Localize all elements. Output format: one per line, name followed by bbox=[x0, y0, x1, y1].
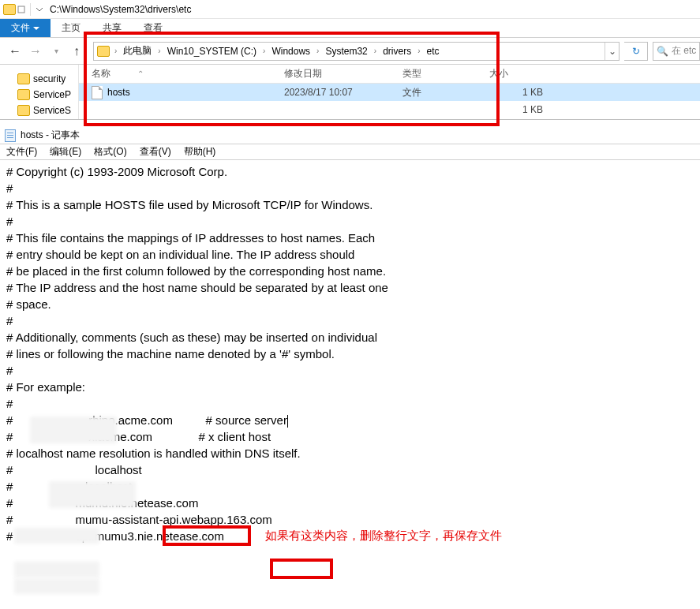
breadcrumb-dropdown[interactable]: ⌄ bbox=[605, 43, 619, 60]
tab-home[interactable]: 主页 bbox=[51, 19, 92, 37]
chevron-right-icon[interactable]: › bbox=[315, 47, 320, 55]
breadcrumb-item[interactable]: System32 bbox=[320, 43, 372, 60]
file-row[interactable]: hosts 2023/8/17 10:07 文件 1 KB bbox=[79, 84, 700, 101]
file-date: 2023/8/17 10:07 bbox=[284, 87, 402, 98]
notepad-title: hosts - 记事本 bbox=[21, 129, 80, 142]
menu-edit[interactable]: 编辑(E) bbox=[43, 145, 88, 159]
search-input[interactable]: 🔍 在 etc 中 bbox=[653, 42, 700, 61]
search-icon: 🔍 bbox=[657, 46, 668, 57]
notepad-icon bbox=[5, 129, 16, 142]
redaction-mask bbox=[14, 562, 99, 577]
title-path: C:\Windows\System32\drivers\etc bbox=[47, 4, 191, 15]
nav-pane-label: security bbox=[33, 73, 66, 84]
breadcrumb[interactable]: › 此电脑 › Win10_SYSTEM (C:) › Windows › Sy… bbox=[93, 42, 620, 61]
tab-file[interactable]: 文件 bbox=[0, 19, 51, 37]
breadcrumb-item[interactable]: drivers bbox=[378, 43, 416, 60]
search-placeholder: 在 etc 中 bbox=[672, 44, 700, 58]
svg-rect-0 bbox=[18, 6, 24, 13]
breadcrumb-item[interactable]: Windows bbox=[267, 43, 315, 60]
navigation-pane[interactable]: security ServiceP ServiceS bbox=[0, 65, 79, 119]
annotation-text: 如果有这类内容，删除整行文字，再保存文件 bbox=[265, 529, 502, 544]
menu-view[interactable]: 查看(V) bbox=[133, 145, 178, 159]
file-name: hosts bbox=[107, 87, 130, 98]
column-size[interactable]: 大小 bbox=[489, 67, 552, 80]
nav-forward-button[interactable]: → bbox=[25, 41, 46, 62]
highlight-box bbox=[270, 559, 333, 579]
folder-icon bbox=[3, 4, 16, 15]
file-icon bbox=[92, 86, 103, 99]
menu-file[interactable]: 文件(F) bbox=[0, 145, 43, 159]
column-type[interactable]: 类型 bbox=[402, 67, 489, 80]
nav-back-button[interactable]: ← bbox=[5, 41, 25, 62]
nav-pane-item[interactable]: ServiceP bbox=[0, 87, 78, 103]
sort-indicator-icon: ⌃ bbox=[137, 69, 144, 78]
file-type: 文件 bbox=[402, 86, 489, 99]
tab-share[interactable]: 共享 bbox=[92, 19, 133, 37]
qat-dropdown-icon[interactable] bbox=[36, 6, 43, 13]
chevron-right-icon[interactable]: › bbox=[261, 47, 267, 55]
file-size: 1 KB bbox=[489, 87, 552, 98]
qat-button[interactable] bbox=[17, 6, 25, 13]
window-titlebar: C:\Windows\System32\drivers\etc bbox=[0, 0, 700, 19]
nav-history-dropdown[interactable]: ▾ bbox=[46, 41, 66, 62]
folder-icon bbox=[97, 46, 110, 57]
chevron-right-icon[interactable]: › bbox=[416, 47, 421, 55]
notepad-menubar: 文件(F) 编辑(E) 格式(O) 查看(V) 帮助(H) bbox=[0, 144, 700, 160]
breadcrumb-item[interactable]: Win10_SYSTEM (C:) bbox=[163, 43, 261, 60]
nav-pane-item[interactable]: security bbox=[0, 71, 78, 87]
folder-icon bbox=[17, 73, 30, 84]
redaction-mask bbox=[30, 417, 117, 443]
nav-row: ← → ▾ ↑ › 此电脑 › Win10_SYSTEM (C:) › Wind… bbox=[0, 38, 700, 65]
file-row[interactable]: 1 KB bbox=[79, 101, 700, 118]
column-date[interactable]: 修改日期 bbox=[284, 67, 402, 80]
column-headers: 名称⌃ 修改日期 类型 大小 bbox=[79, 65, 700, 84]
chevron-right-icon[interactable]: › bbox=[372, 47, 378, 55]
column-name[interactable]: 名称⌃ bbox=[79, 67, 284, 80]
nav-pane-label: ServiceS bbox=[33, 105, 71, 116]
file-list[interactable]: 名称⌃ 修改日期 类型 大小 hosts 2023/8/17 10:07 文件 … bbox=[79, 65, 700, 119]
folder-icon bbox=[17, 105, 30, 116]
redaction-mask bbox=[49, 481, 136, 508]
redaction-mask bbox=[14, 528, 99, 544]
file-size: 1 KB bbox=[489, 104, 552, 115]
chevron-right-icon[interactable]: › bbox=[113, 47, 118, 55]
notepad-titlebar[interactable]: hosts - 记事本 bbox=[0, 127, 700, 144]
nav-up-button[interactable]: ↑ bbox=[66, 41, 87, 62]
menu-help[interactable]: 帮助(H) bbox=[178, 145, 223, 159]
folder-icon bbox=[17, 89, 30, 100]
breadcrumb-item[interactable]: 此电脑 bbox=[118, 43, 156, 60]
nav-pane-item[interactable]: ServiceS bbox=[0, 103, 78, 118]
nav-pane-label: ServiceP bbox=[33, 89, 71, 100]
chevron-right-icon[interactable]: › bbox=[156, 47, 162, 55]
tab-view[interactable]: 查看 bbox=[133, 19, 174, 37]
redaction-mask bbox=[14, 578, 99, 594]
ribbon-tabs: 文件 主页 共享 查看 bbox=[0, 19, 700, 38]
refresh-button[interactable]: ↻ bbox=[624, 42, 648, 61]
menu-format[interactable]: 格式(O) bbox=[88, 145, 133, 159]
breadcrumb-item[interactable]: etc bbox=[421, 43, 444, 60]
